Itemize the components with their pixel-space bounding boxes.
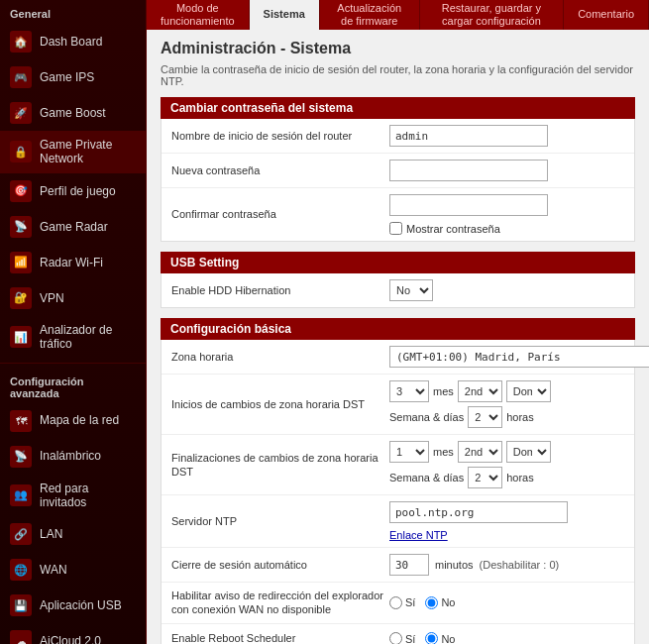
show-password-label[interactable]: Mostrar contraseña <box>389 222 500 235</box>
sidebar-item-label: WAN <box>40 563 67 577</box>
form-row-zona-horaria: Zona horaria (GMT+01:00) Madrid, París <box>162 340 634 375</box>
sidebar-item-label: Game IPS <box>40 70 94 84</box>
dst-fin-hour-select[interactable]: 213 <box>468 467 502 488</box>
browser-redirect-radio-group: Sí No <box>389 596 455 609</box>
inalambrico-icon: 📡 <box>10 446 32 468</box>
auto-logout-label: Cierre de sesión automático <box>171 558 389 572</box>
dst-fin-type: Semana & días <box>389 472 464 483</box>
form-row-ntp: Servidor NTP Enlace NTP <box>162 495 634 548</box>
reboot-no-radio[interactable] <box>425 632 438 644</box>
confirm-password-control: Mostrar contraseña <box>389 194 624 235</box>
sidebar-item-aplicacion-usb[interactable]: 💾 Aplicación USB <box>0 588 146 623</box>
sidebar-item-game-private-network[interactable]: 🔒 Game Private Network <box>0 131 146 173</box>
sidebar-item-vpn[interactable]: 🔐 VPN <box>0 280 146 316</box>
browser-redirect-si-radio[interactable] <box>389 596 402 609</box>
dst-inicio-week-select[interactable]: 2nd1st3rd4th <box>458 380 502 402</box>
dst-inicio-inner: 312 mes 2nd1st3rd4th DomLunMar Semana & … <box>389 380 624 428</box>
hdd-hibernation-label: Enable HDD Hibernation <box>171 283 389 297</box>
browser-redirect-si-label[interactable]: Sí <box>389 596 415 609</box>
confirm-password-input[interactable] <box>389 194 548 216</box>
sidebar-divider <box>0 363 146 364</box>
sidebar-item-label: Inalámbrico <box>40 449 101 463</box>
sidebar-item-inalambrico[interactable]: 📡 Inalámbrico <box>0 439 146 475</box>
sidebar-item-label: Aplicación USB <box>40 598 122 612</box>
dst-inicio-period: mes <box>433 385 454 397</box>
form-row-new-password: Nueva contraseña <box>162 154 634 188</box>
username-label: Nombre de inicio de sesión del router <box>171 129 389 143</box>
sidebar-item-label: Game Boost <box>40 106 106 120</box>
username-input[interactable] <box>389 125 548 147</box>
perfil-juego-icon: 🎯 <box>10 180 32 202</box>
lan-icon: 🔗 <box>10 523 32 545</box>
reboot-no-label[interactable]: No <box>425 632 455 644</box>
form-row-reboot-scheduler: Enable Reboot Scheduler Sí No <box>162 624 634 644</box>
zona-horaria-control: (GMT+01:00) Madrid, París <box>389 346 649 368</box>
sidebar-item-dashboard[interactable]: 🏠 Dash Board <box>0 24 146 59</box>
ntp-link[interactable]: Enlace NTP <box>389 529 448 541</box>
dst-inicio-day-select[interactable]: DomLunMar <box>506 380 551 402</box>
sidebar-item-label: Analizador de tráfico <box>40 323 136 352</box>
dst-fin-control: 123 mes 2nd1st3rd4th DomLunMar Semana & … <box>389 441 624 488</box>
ntp-label: Servidor NTP <box>171 514 389 528</box>
tab-restaurar[interactable]: Restaurar, guardar y cargar configuració… <box>420 0 564 30</box>
general-section-title: General <box>0 0 146 24</box>
sidebar-item-aicloud[interactable]: ☁ AiCloud 2.0 <box>0 623 146 644</box>
new-password-input[interactable] <box>389 160 548 181</box>
form-row-dst-fin: Finalizaciones de cambios de zona horari… <box>162 435 634 495</box>
sidebar-item-radar-wifi[interactable]: 📶 Radar Wi-Fi <box>0 245 146 280</box>
sidebar-item-game-radar[interactable]: 📡 Game Radar <box>0 209 146 245</box>
game-boost-icon: 🚀 <box>10 102 32 124</box>
sidebar-item-wan[interactable]: 🌐 WAN <box>0 552 146 588</box>
dst-fin-period: mes <box>433 446 454 458</box>
sidebar-item-mapa-red[interactable]: 🗺 Mapa de la red <box>0 403 146 439</box>
dashboard-icon: 🏠 <box>10 31 32 53</box>
hdd-hibernation-select[interactable]: No Yes <box>389 279 433 301</box>
form-row-hdd-hibernation: Enable HDD Hibernation No Yes <box>162 273 634 307</box>
dst-fin-day-select[interactable]: DomLunMar <box>506 441 551 463</box>
dst-inicio-label: Inicios de cambios de zona horaria DST <box>171 397 389 411</box>
tab-modo[interactable]: Modo de funcionamiento <box>147 0 250 30</box>
browser-redirect-no-radio[interactable] <box>425 596 438 609</box>
dst-inicio-hour-select[interactable]: 213 <box>468 406 502 428</box>
dst-inicio-type: Semana & días <box>389 411 464 423</box>
sidebar-item-lan[interactable]: 🔗 LAN <box>0 516 146 552</box>
dst-fin-week-select[interactable]: 2nd1st3rd4th <box>458 441 502 463</box>
page-subtitle: Cambie la contraseña de inicio de sesión… <box>161 63 635 87</box>
dst-inicio-num-select[interactable]: 312 <box>389 380 429 402</box>
sidebar-item-game-boost[interactable]: 🚀 Game Boost <box>0 95 146 131</box>
dst-fin-label: Finalizaciones de cambios de zona horari… <box>171 451 389 480</box>
tab-firmware[interactable]: Actualización de firmware <box>320 0 420 30</box>
radar-wifi-icon: 📶 <box>10 252 32 273</box>
confirm-password-label: Confirmar contraseña <box>171 207 389 221</box>
sidebar-item-label: Perfil de juego <box>40 184 116 198</box>
sidebar-item-label: Dash Board <box>40 35 102 49</box>
show-password-checkbox[interactable] <box>389 222 402 235</box>
sidebar-item-label: AiCloud 2.0 <box>40 634 101 644</box>
sidebar-item-analizador[interactable]: 📊 Analizador de tráfico <box>0 316 146 359</box>
form-row-browser-redirect: Habilitar aviso de redirección del explo… <box>162 583 634 624</box>
ntp-input[interactable] <box>389 501 568 523</box>
sidebar-item-game-ips[interactable]: 🎮 Game IPS <box>0 59 146 95</box>
tab-comentario[interactable]: Comentario <box>564 0 649 30</box>
dst-fin-num-select[interactable]: 123 <box>389 441 429 463</box>
sidebar-item-red-invitados[interactable]: 👥 Red para invitados <box>0 475 146 517</box>
zona-horaria-select[interactable]: (GMT+01:00) Madrid, París <box>389 346 649 368</box>
sidebar-item-label: LAN <box>40 527 62 541</box>
section-body-usb: Enable HDD Hibernation No Yes <box>161 273 635 308</box>
auto-logout-input[interactable] <box>389 554 429 576</box>
tab-sistema[interactable]: Sistema <box>250 0 320 30</box>
reboot-scheduler-control: Sí No <box>389 632 624 644</box>
browser-redirect-control: Sí No <box>389 596 624 609</box>
game-ips-icon: 🎮 <box>10 66 32 88</box>
sidebar-item-label: VPN <box>40 291 64 305</box>
username-control <box>389 125 624 147</box>
section-header-usb: USB Setting <box>161 252 635 273</box>
analizador-icon: 📊 <box>10 326 32 348</box>
section-header-config-basica: Configuración básica <box>161 318 635 340</box>
reboot-si-radio[interactable] <box>389 632 402 644</box>
mapa-red-icon: 🗺 <box>10 410 32 432</box>
browser-redirect-no-label[interactable]: No <box>425 596 455 609</box>
wan-icon: 🌐 <box>10 559 32 581</box>
reboot-si-label[interactable]: Sí <box>389 632 415 644</box>
sidebar-item-perfil-juego[interactable]: 🎯 Perfil de juego <box>0 173 146 209</box>
